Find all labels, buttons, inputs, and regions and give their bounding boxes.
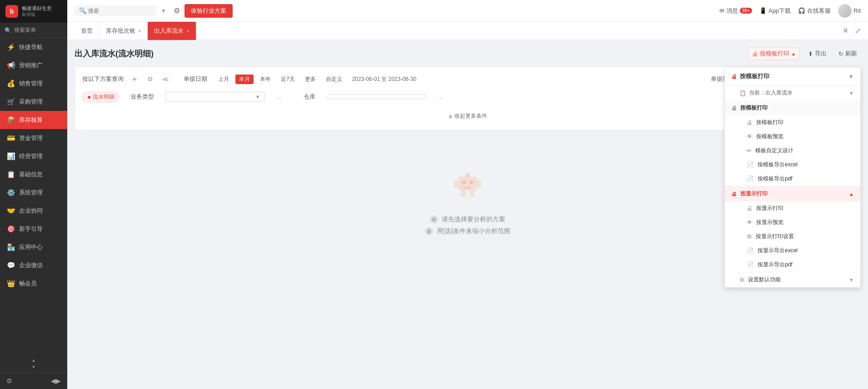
set-default-function-button[interactable]: ⚙ 设置默认功能 ▼ — [725, 272, 860, 287]
settings-gear-icon[interactable]: ⚙ — [6, 377, 12, 384]
topbar-dropdown-arrow[interactable]: ▼ — [161, 8, 166, 14]
finance-icon: 💳 — [6, 134, 15, 142]
chip-icon: ● — [87, 93, 91, 100]
sidebar-item-inventory[interactable]: 📦 库存核算 — [0, 111, 67, 129]
tab-home[interactable]: 首页 — [75, 22, 100, 40]
app-download-button[interactable]: 📱 App下载 — [759, 7, 791, 15]
sidebar-item-finance[interactable]: 💳 资金管理 — [0, 129, 67, 147]
biz-type-label: 业务类型 — [130, 93, 154, 101]
display-print-settings-item[interactable]: ⚙ 按显示打印设置 — [725, 229, 860, 244]
tab-flow-close[interactable]: × — [186, 28, 189, 34]
basics-icon: 📋 — [6, 170, 15, 179]
topbar-gear-icon[interactable]: ⚙ — [174, 6, 180, 15]
biz-type-select[interactable]: ▼ — [165, 92, 265, 102]
scroll-up-arrow[interactable]: ▲ — [30, 357, 37, 364]
template-pdf-icon: 📄 — [747, 175, 754, 182]
display-print-label: 按显示打印 — [756, 204, 783, 212]
collapse-sidebar-icon[interactable]: ◀▶ — [51, 377, 61, 384]
topbar-right: ✉ 消息 99+ 📱 App下载 🎧 在线客服 Rit — [719, 4, 861, 18]
svg-rect-8 — [461, 190, 466, 197]
sidebar-item-marketing[interactable]: 📢 营销推广 — [0, 56, 67, 75]
tabbar-close-all-icon[interactable]: ✕ — [841, 25, 850, 37]
display-export-pdf-item[interactable]: 📄 按显示导出pdf — [725, 258, 860, 272]
export-button[interactable]: ⬆ 导出 — [804, 48, 830, 60]
filter-add-button[interactable]: ＋ — [131, 75, 138, 84]
print-template-button[interactable]: 🖨 按模板打印 ▲ — [748, 47, 800, 60]
filter-setting-button[interactable]: ⚙ — [147, 75, 153, 83]
scroll-down-arrow[interactable]: ▼ — [30, 364, 37, 370]
refresh-button[interactable]: ↻ 刷新 — [835, 48, 861, 60]
sidebar-item-sales[interactable]: 💰 销售管理 — [0, 75, 67, 93]
sidebar-item-operations[interactable]: 📊 经营管理 — [0, 147, 67, 165]
messages-button[interactable]: ✉ 消息 99+ — [719, 7, 752, 15]
sidebar-item-appstore[interactable]: 🏪 应用中心 — [0, 238, 67, 256]
warehouse-label: 仓库 — [304, 93, 315, 101]
display-preview-label: 按显示预览 — [756, 219, 783, 226]
tab-batch-account-label: 库存批次账 — [106, 27, 135, 35]
sidebar-search[interactable]: 🔍 搜索菜单 — [0, 23, 67, 38]
date-tab-more[interactable]: 更多 — [301, 75, 319, 84]
page-content: 出入库流水(流水明细) 🖨 按模板打印 ▲ ⬆ 导出 ↻ 刷新 — [67, 40, 868, 389]
display-pdf-label: 按显示导出pdf — [758, 261, 793, 269]
tab-flow[interactable]: 出入库流水 × — [148, 22, 196, 40]
export-btn-label: 导出 — [815, 50, 827, 58]
tabbar-right: ✕ ⤢ — [841, 25, 868, 37]
filter-toggle-button[interactable]: ≪ — [162, 75, 169, 83]
print-icon: 🖨 — [752, 50, 758, 57]
biz-type-arrow: ▼ — [255, 94, 260, 100]
svg-rect-3 — [464, 187, 471, 189]
tab-batch-account[interactable]: 库存批次账 × — [100, 22, 148, 40]
step-2-text: 用[选]条件来缩小分析范围 — [437, 227, 510, 235]
warehouse-more-btn[interactable]: … — [437, 94, 443, 100]
dropdown-title-text: 按模板打印 — [740, 72, 769, 80]
date-tab-this-month[interactable]: 本月 — [235, 75, 254, 84]
sidebar-item-purchase[interactable]: 🛒 采购管理 — [0, 93, 67, 111]
customer-service-button[interactable]: 🎧 在线客服 — [798, 7, 831, 15]
sidebar-item-label: 经营管理 — [19, 152, 43, 160]
tabbar-maximize-icon[interactable]: ⤢ — [853, 25, 863, 37]
dropdown-current-selection: 📋 当前：出入库流水 ▼ — [725, 85, 860, 100]
member-icon: 👑 — [6, 279, 15, 288]
empty-state-icon — [449, 163, 486, 208]
filter-chip-flow-detail[interactable]: ● 流水明细 — [82, 92, 120, 102]
template-print-item[interactable]: 🖨 按模板打印 — [725, 115, 860, 130]
current-arrow: ▼ — [849, 90, 854, 96]
date-tab-this-year[interactable]: 本年 — [256, 75, 274, 84]
display-export-excel-item[interactable]: 📄 按显示导出excel — [725, 244, 860, 258]
sidebar-item-guide[interactable]: 🎯 新手引导 — [0, 220, 67, 238]
template-preview-item[interactable]: 👁 按模板预览 — [725, 130, 860, 144]
sidebar-item-system[interactable]: ⚙️ 系统管理 — [0, 184, 67, 202]
template-custom-design-item[interactable]: ✏ 模板自定义设计 — [725, 144, 860, 158]
sidebar-bottom: ⚙ ◀▶ — [0, 372, 67, 389]
user-avatar-button[interactable]: Rit — [838, 4, 861, 18]
date-tab-7-days[interactable]: 近7天 — [277, 75, 299, 84]
template-export-pdf-item[interactable]: 📄 按模板导出pdf — [725, 172, 860, 186]
biz-type-more-btn[interactable]: … — [276, 94, 282, 100]
date-tab-last-month[interactable]: 上月 — [215, 75, 233, 84]
date-tab-custom[interactable]: 自定义 — [322, 75, 346, 84]
tab-batch-account-close[interactable]: × — [138, 28, 141, 34]
trial-industry-button[interactable]: 体验行业方案 — [185, 4, 233, 18]
sidebar-item-member[interactable]: 👑 畅会员 — [0, 274, 67, 293]
filter-chip-container: ● 流水明细 — [82, 92, 120, 102]
sidebar-item-basics[interactable]: 📋 基础信息 — [0, 165, 67, 184]
template-section-label: 按模板打印 — [740, 104, 768, 112]
guide-icon: 🎯 — [6, 225, 15, 233]
topbar-search-input[interactable] — [88, 8, 143, 14]
sidebar-search-label: 搜索菜单 — [14, 26, 36, 34]
template-export-excel-item[interactable]: 📄 按模板导出excel — [725, 158, 860, 172]
sidebar-item-collab[interactable]: 🤝 企业协同 — [0, 202, 67, 220]
dropdown-close-arrow[interactable]: ▼ — [848, 73, 854, 80]
quick-nav-icon: ⚡ — [6, 43, 15, 51]
sidebar-item-quick-nav[interactable]: ⚡ 快捷导航 — [0, 38, 67, 56]
warehouse-select[interactable] — [326, 95, 426, 99]
display-section-label: 按显示打印 — [740, 190, 768, 198]
display-print-item[interactable]: 🖨 按显示打印 — [725, 201, 860, 215]
sidebar-item-wechat[interactable]: 💬 企业微信 — [0, 256, 67, 274]
topbar-search-box[interactable]: 🔍 — [75, 5, 156, 16]
filter-label: 按以下方案查询 — [82, 75, 124, 83]
display-preview-item[interactable]: 👁 按显示预览 — [725, 215, 860, 229]
search-icon: 🔍 — [5, 27, 11, 34]
sidebar: b 畅捷通好生意 标准版 🔍 搜索菜单 ⚡ 快捷导航 📢 营销推广 💰 销售管理… — [0, 0, 67, 389]
template-print-header-item: 🖨 按模板打印 — [725, 100, 860, 115]
